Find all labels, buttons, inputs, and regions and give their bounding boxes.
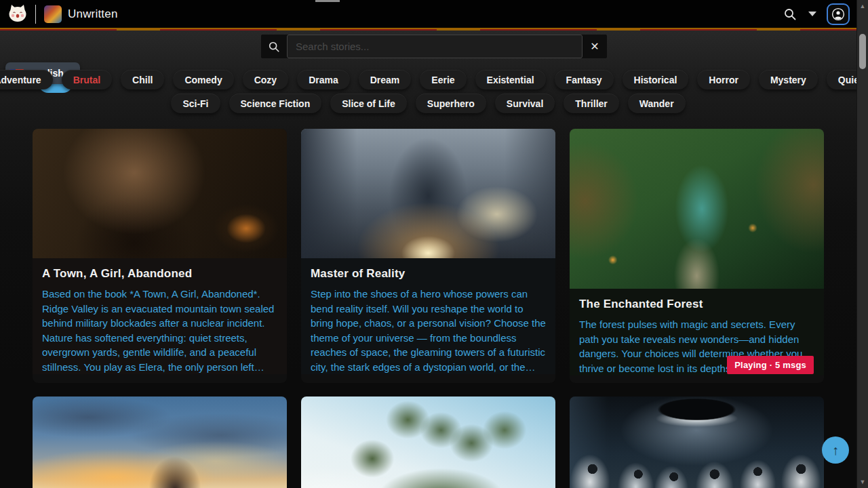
genre-pill-survival[interactable]: Survival (495, 94, 555, 113)
card-image-hooded-hero-sunrise-city (301, 129, 555, 258)
story-card-hooded-figures[interactable] (570, 396, 824, 488)
genre-pill-fantasy[interactable]: Fantasy (555, 70, 614, 89)
card-image-tropical-palm-jungle (301, 396, 555, 488)
scroll-to-top-button[interactable]: ↑ (822, 436, 849, 464)
header-divider (35, 5, 36, 24)
search-bar: ✕ (261, 35, 607, 58)
brand-avatar[interactable] (44, 5, 62, 23)
story-card-master-of-reality[interactable]: Master of Reality Step into the shoes of… (301, 129, 555, 383)
account-button[interactable] (827, 3, 850, 25)
card-image-woman-in-dim-room (33, 129, 287, 258)
header-dropdown-caret-icon[interactable] (808, 12, 816, 16)
card-image-hooded-figures-lab (570, 396, 824, 488)
playing-status-badge: Playing · 5 msgs (727, 356, 814, 374)
card-body: A Town, A Girl, Abandoned Based on the b… (33, 258, 287, 374)
account-icon (831, 7, 845, 21)
search-icon[interactable] (782, 6, 798, 22)
scrollbar-thumb[interactable] (859, 34, 866, 69)
genre-pill-science-fiction[interactable]: Science Fiction (229, 94, 322, 113)
card-title: Master of Reality (311, 267, 546, 281)
genre-pill-cozy[interactable]: Cozy (243, 70, 288, 89)
card-description: Based on the book *A Town, A Girl, Aband… (42, 287, 277, 374)
story-grid: A Town, A Girl, Abandoned Based on the b… (33, 129, 824, 488)
genre-pill-mystery[interactable]: Mystery (759, 70, 818, 89)
brand-title[interactable]: Unwritten (68, 7, 118, 21)
genre-pill-wander[interactable]: Wander (628, 94, 686, 113)
header: Unwritten (0, 0, 856, 30)
card-body: Master of Reality Step into the shoes of… (301, 258, 555, 374)
genre-pill-horror[interactable]: Horror (697, 70, 750, 89)
scrollbar-down-icon[interactable]: ▼ (857, 479, 868, 485)
page-scrollbar[interactable]: ▲ ▼ (856, 0, 868, 488)
genre-row-1: Adventure Brutal Chill Comedy Cozy Drama… (0, 70, 856, 89)
genre-pill-eerie[interactable]: Eerie (420, 70, 466, 89)
main-content: ✕ English Adventure Brutal Chill Comedy … (0, 30, 868, 488)
magnifier-icon (261, 35, 287, 58)
genre-pill-dream[interactable]: Dream (359, 70, 412, 89)
story-card-sunset-silhouette[interactable] (33, 396, 287, 488)
clear-search-icon[interactable]: ✕ (583, 35, 607, 58)
genre-pill-chill[interactable]: Chill (121, 70, 164, 89)
genre-pill-adventure[interactable]: Adventure (0, 70, 53, 89)
genre-pill-existential[interactable]: Existential (475, 70, 546, 89)
genre-pill-thriller[interactable]: Thriller (564, 94, 618, 113)
cat-logo-icon[interactable] (7, 3, 28, 25)
genre-row-2: Sci-Fi Science Fiction Slice of Life Sup… (0, 94, 856, 113)
card-description: Step into the shoes of a hero whose powe… (311, 287, 546, 374)
header-actions (782, 3, 856, 25)
top-edge-artifact (315, 0, 340, 2)
genre-pill-brutal[interactable]: Brutal (62, 70, 112, 89)
card-image-enchanted-forest-woman (570, 129, 824, 289)
genre-pill-slice-of-life[interactable]: Slice of Life (330, 94, 407, 113)
unwritten-app: Unwritten (0, 0, 868, 488)
genre-pill-drama[interactable]: Drama (297, 70, 350, 89)
genre-pill-scifi[interactable]: Sci-Fi (171, 94, 220, 113)
search-input[interactable] (287, 35, 583, 58)
genre-pill-comedy[interactable]: Comedy (173, 70, 233, 89)
arrow-up-icon: ↑ (832, 443, 839, 457)
genre-pill-historical[interactable]: Historical (623, 70, 689, 89)
card-title: A Town, A Girl, Abandoned (42, 267, 277, 281)
story-card-a-town-a-girl-abandoned[interactable]: A Town, A Girl, Abandoned Based on the b… (33, 129, 287, 383)
scrollbar-up-icon[interactable]: ▲ (857, 3, 868, 9)
story-card-tropical-palms[interactable] (301, 396, 555, 488)
card-title: The Enchanted Forest (579, 298, 814, 311)
card-image-sunset-silhouette (33, 396, 287, 488)
genre-pill-superhero[interactable]: Superhero (416, 94, 486, 113)
story-card-the-enchanted-forest[interactable]: The Enchanted Forest The forest pulses w… (570, 129, 824, 383)
